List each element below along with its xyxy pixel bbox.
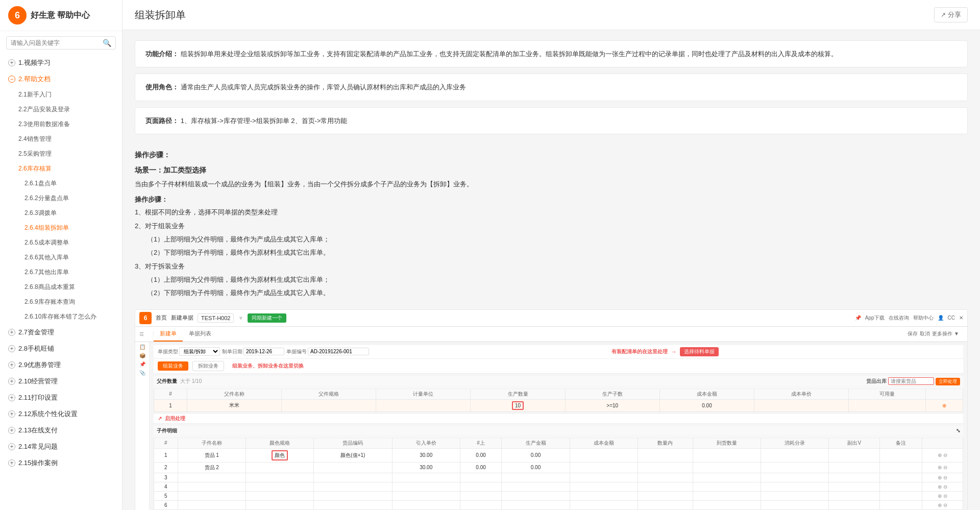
search-icon[interactable]: 🔍 — [103, 39, 111, 47]
sidebar-item-label: 2.13在线支付 — [18, 426, 58, 435]
role-text: 通常由生产人员或库管人员完成拆装业务的操作，库管人员确认原材料的出库和产成品的入… — [181, 83, 466, 91]
sidebar-item-2-8[interactable]: + 2.8手机旺铺 — [0, 341, 122, 357]
role-label: 使用角色： — [145, 83, 179, 91]
page-title: 组装拆卸单 — [135, 8, 186, 22]
expand-icon: + — [8, 410, 15, 418]
app-left-icons: 📋 📦 📌 📎 — [135, 342, 150, 510]
main-content: 组装拆卸单 ↗ 分享 功能介绍： 组装拆卸单用来处理企业组装或拆卸等加工业务，支… — [122, 0, 980, 510]
sidebar-sub-sub-2-6-9[interactable]: 2.6.9库存账本查询 — [0, 295, 122, 309]
nav-icon-close[interactable]: ✕ — [959, 315, 963, 321]
sidebar-sub-sub-2-6-1[interactable]: 2.6.1盘点单 — [0, 176, 122, 191]
app-tab-new[interactable]: 新建单 — [154, 327, 183, 342]
sidebar: 6 好生意 帮助中心 🔍 + 1.视频学习 − 2.帮助文档 2.1新手入门 2… — [0, 0, 122, 510]
tab-action-more[interactable]: 更多操作 ▼ — [932, 330, 959, 337]
sidebar-sub-sub-2-6-4[interactable]: 2.6.4组装拆卸单 — [0, 221, 122, 235]
nav-icon-notification: 📌 — [855, 315, 861, 321]
annotation-1-text: 有装配清单的在这里处理 — [611, 348, 668, 355]
search-bar[interactable]: 🔍 — [6, 36, 116, 50]
sidebar-toggle-icon[interactable]: ☰ — [139, 331, 144, 337]
sidebar-sub-item-2-4[interactable]: 2.4销售管理 — [0, 132, 122, 147]
sidebar-item-2-12[interactable]: + 2.12系统个性化设置 — [0, 406, 122, 422]
step-1: 1、根据不同的业务，选择不同单据的类型来处理 — [135, 206, 968, 219]
sidebar-sub-sub-2-6-5[interactable]: 2.6.5成本调整单 — [0, 235, 122, 250]
sidebar-sub-sub-2-6-6[interactable]: 2.6.6其他入库单 — [0, 250, 122, 265]
expand-icon: + — [8, 329, 15, 336]
sidebar-sub-item-2-6[interactable]: 2.6库存核算 — [0, 161, 122, 176]
lt-r2-prod-amt: 0.00 — [502, 462, 570, 473]
topbar-new-btn[interactable]: 同期新建一个 — [248, 313, 286, 323]
app-nav-icons: 📌 App下载 在线咨询 帮助中心 👤 CC ✕ — [855, 314, 963, 322]
upper-cell-cost-amt: 0.00 — [659, 399, 754, 411]
type-btn-assembly[interactable]: 组装业务 — [158, 361, 188, 371]
sidebar-sub-sub-2-6-7[interactable]: 2.6.7其他出库单 — [0, 265, 122, 280]
sidebar-sub-item-2-5[interactable]: 2.5采购管理 — [0, 147, 122, 161]
row-action-icon[interactable]: ⊕ — [942, 403, 946, 408]
upper-th-cost-price: 成本单价 — [754, 388, 849, 399]
share-icon: ↗ — [941, 11, 946, 18]
ops-heading: 操作步骤： — [135, 151, 968, 160]
date-input[interactable] — [243, 348, 284, 355]
step-2-1: （1）上部明细为父件明细，最终作为产成品生成其它入库单； — [135, 233, 968, 246]
lt-th-top: #上 — [460, 438, 502, 448]
upper-table-header: 父件数量 大于 1/10 货品出库 立即处理 — [154, 376, 963, 387]
upper-table-count-label: 父件数量 — [157, 378, 177, 385]
lt-row-1: 1 货品 1 颜色 颜色(值+1) 30.00 0.00 0.00 — [154, 448, 963, 462]
lt-r1-prod-amt: 0.00 — [502, 448, 570, 462]
lt-r2-spec — [246, 462, 313, 473]
lt-th-qty-in: 数量内 — [638, 438, 693, 448]
sidebar-sub-item-2-2[interactable]: 2.2产品安装及登录 — [0, 102, 122, 117]
sidebar-item-label: 2.15操作案例 — [18, 458, 58, 468]
type-btn-disassembly[interactable]: 拆卸业务 — [192, 361, 224, 371]
share-button[interactable]: ↗ 分享 — [934, 7, 968, 22]
tab-action-cancel[interactable]: 取消 — [920, 330, 930, 337]
tab-action-save[interactable]: 保存 — [908, 330, 918, 337]
upper-cell-spec — [282, 399, 376, 411]
lt-r1-spec-box[interactable]: 颜色 — [272, 450, 288, 460]
sidebar-item-2-7[interactable]: + 2.7资金管理 — [0, 324, 122, 341]
process-btn[interactable]: 立即处理 — [936, 378, 960, 385]
lt-r2-top: 0.00 — [460, 462, 502, 473]
lower-expand-icon[interactable]: ⤡ — [956, 428, 960, 433]
upper-th-cost-amt: 成本金额 — [659, 388, 754, 399]
app-tab-list[interactable]: 单据列表 — [183, 327, 217, 342]
prod-qty-box[interactable]: 10 — [512, 401, 524, 410]
lt-r1-action[interactable]: ⊕ ⊖ — [922, 448, 963, 462]
app-secondary-bar: ☰ 新建单 单据列表 保存 取消 更多操作 ▼ — [135, 327, 967, 342]
lt-r1-name: 货品 1 — [178, 448, 246, 462]
sidebar-item-2-10[interactable]: + 2.10经营管理 — [0, 373, 122, 390]
sidebar-item-video[interactable]: + 1.视频学习 — [0, 55, 122, 71]
order-type-select[interactable]: 组装/拆卸 — [179, 347, 220, 356]
search-input[interactable] — [11, 39, 103, 46]
order-no-label: 单据编号 — [286, 348, 307, 355]
topbar-selector[interactable]: TEST-H002 — [198, 313, 234, 323]
annotation-3-label: 启用处理 — [165, 415, 185, 422]
sidebar-item-2-11[interactable]: + 2.11打印设置 — [0, 390, 122, 406]
expand-icon: + — [8, 427, 15, 434]
right-search-input[interactable] — [888, 377, 934, 385]
sidebar-item-2-14[interactable]: + 2.14常见问题 — [0, 439, 122, 455]
lt-row-4: 4⊕ ⊖ — [154, 482, 963, 491]
app-logo: 6 — [8, 6, 27, 25]
ops-section: 操作步骤： 场景一：加工类型选择 当由多个子件材料组装成一个成品的业务为【组装】… — [135, 140, 968, 302]
path-text: 1、库存核算->库存管理->组装拆卸单 2、首页->常用功能 — [181, 117, 348, 125]
sidebar-item-2-15[interactable]: + 2.15操作案例 — [0, 455, 122, 471]
sidebar-item-label: 2.14常见问题 — [18, 442, 58, 451]
sidebar-sub-sub-2-6-2[interactable]: 2.6.2分量盘点单 — [0, 191, 122, 206]
sidebar-sub-item-2-3[interactable]: 2.3使用前数据准备 — [0, 117, 122, 132]
lt-th-remark: 备注 — [880, 438, 922, 448]
annotated-btn-1[interactable]: 选择待料单据 — [680, 347, 719, 356]
nav-icon-avatar: 👤 — [938, 315, 944, 321]
sidebar-sub-sub-2-6-3[interactable]: 2.6.3调拨单 — [0, 206, 122, 221]
sidebar-item-2-9[interactable]: + 2.9优惠券管理 — [0, 357, 122, 373]
lt-th-prod-amt: 生产金额 — [502, 438, 570, 448]
lt-th-sub-out: 副出V — [829, 438, 880, 448]
sidebar-sub-item-2-1[interactable]: 2.1新手入门 — [0, 87, 122, 102]
sidebar-item-docs[interactable]: − 2.帮助文档 — [0, 71, 122, 87]
upper-th-spec: 父件规格 — [282, 388, 376, 399]
lt-r2-action[interactable]: ⊕ ⊖ — [922, 462, 963, 473]
sidebar-item-2-13[interactable]: + 2.13在线支付 — [0, 422, 122, 439]
order-no-input[interactable] — [308, 348, 369, 355]
right-input-label: 货品出库 — [866, 378, 887, 384]
sidebar-sub-sub-2-6-8[interactable]: 2.6.8商品成本重算 — [0, 280, 122, 295]
sidebar-sub-sub-2-6-10[interactable]: 2.6.10库存账本错了怎么办 — [0, 309, 122, 324]
